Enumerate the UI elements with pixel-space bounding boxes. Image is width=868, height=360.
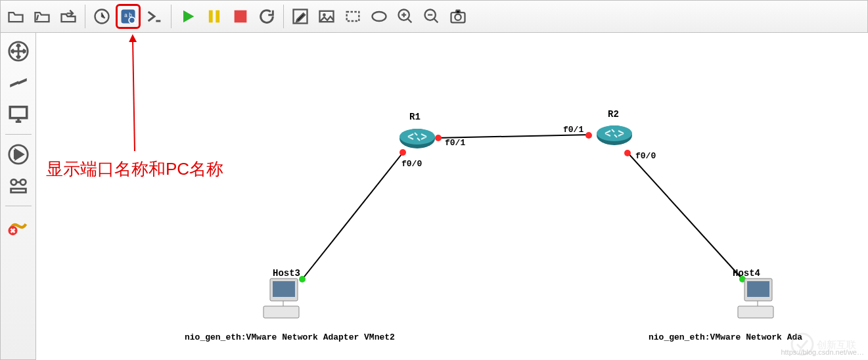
port-r1-f00: f0/0 (401, 159, 422, 169)
screenshot-button[interactable] (445, 4, 470, 29)
svg-rect-42 (738, 306, 773, 318)
cancel-tool-button[interactable] (4, 212, 33, 240)
port-r1-f01: f0/1 (445, 138, 465, 148)
image-button[interactable] (314, 4, 339, 29)
monitor-tool-button[interactable] (4, 100, 33, 129)
router-r2[interactable] (596, 125, 633, 146)
router-r1-label: R1 (409, 112, 421, 122)
fit-button[interactable] (367, 4, 392, 29)
svg-rect-39 (263, 306, 299, 318)
clock-button[interactable] (89, 4, 114, 29)
nio-host3: nio_gen_eth:VMware Network Adapter VMnet… (185, 332, 395, 342)
zoom-out-button[interactable] (419, 4, 444, 29)
svg-rect-10 (347, 12, 359, 21)
svg-line-23 (133, 39, 135, 151)
toolbar-separator (171, 5, 171, 28)
host4[interactable] (734, 276, 780, 322)
router-r1[interactable] (399, 128, 436, 149)
annotation-text: 显示端口名称和PC名称 (46, 158, 223, 181)
toolbar-separator (85, 5, 85, 28)
svg-point-36 (597, 125, 632, 141)
router-r2-label: R2 (608, 109, 619, 120)
host3-label: Host3 (273, 268, 300, 279)
toolbar-separator (283, 5, 284, 28)
svg-point-31 (624, 150, 631, 156)
svg-point-19 (11, 179, 16, 185)
svg-text:创新互联: 创新互联 (817, 339, 856, 350)
playhead-button[interactable] (4, 140, 33, 169)
top-toolbar: a b (0, 0, 868, 33)
link-tool-button[interactable] (4, 68, 33, 97)
svg-rect-21 (11, 189, 26, 192)
svg-point-15 (455, 14, 461, 20)
console-button[interactable] (142, 4, 167, 29)
svg-rect-5 (216, 11, 219, 23)
svg-rect-6 (235, 11, 247, 23)
svg-rect-38 (273, 281, 295, 297)
svg-point-9 (323, 13, 326, 16)
hub-tool-button[interactable] (4, 171, 33, 200)
export-button[interactable] (56, 4, 81, 29)
show-labels-button[interactable]: a b (116, 4, 141, 29)
play-button[interactable] (175, 4, 200, 29)
host4-label: Host4 (733, 268, 760, 279)
svg-point-34 (400, 129, 435, 145)
brand-watermark-icon: 创新互联 (789, 331, 861, 357)
svg-rect-41 (747, 281, 769, 297)
reload-button[interactable] (254, 4, 279, 29)
svg-rect-17 (10, 107, 27, 118)
side-toolbar (0, 33, 36, 360)
topology-canvas[interactable]: 显示端口名称和PC名称 R1 R2 (36, 33, 868, 360)
sidebar-separator (5, 134, 32, 135)
stop-button[interactable] (228, 4, 253, 29)
port-r2-f00: f0/0 (635, 151, 656, 161)
svg-point-28 (400, 149, 406, 156)
host3[interactable] (260, 276, 306, 322)
zoom-in-button[interactable] (393, 4, 418, 29)
svg-point-43 (792, 334, 813, 355)
port-r2-f01: f0/1 (563, 125, 583, 135)
open-project-button[interactable] (3, 4, 28, 29)
edit-button[interactable] (288, 4, 313, 29)
move-tool-button[interactable] (4, 37, 33, 66)
select-rect-button[interactable] (340, 4, 365, 29)
pause-button[interactable] (202, 4, 227, 29)
svg-point-11 (373, 12, 386, 21)
svg-point-26 (585, 132, 592, 139)
svg-point-25 (435, 135, 442, 141)
svg-line-30 (626, 151, 742, 279)
sidebar-separator (5, 206, 32, 206)
nio-host4: nio_gen_eth:VMware Network Ada (649, 332, 802, 342)
svg-rect-4 (209, 11, 213, 23)
svg-point-20 (20, 179, 26, 185)
open-folder-button[interactable] (30, 4, 55, 29)
svg-line-27 (302, 151, 404, 279)
